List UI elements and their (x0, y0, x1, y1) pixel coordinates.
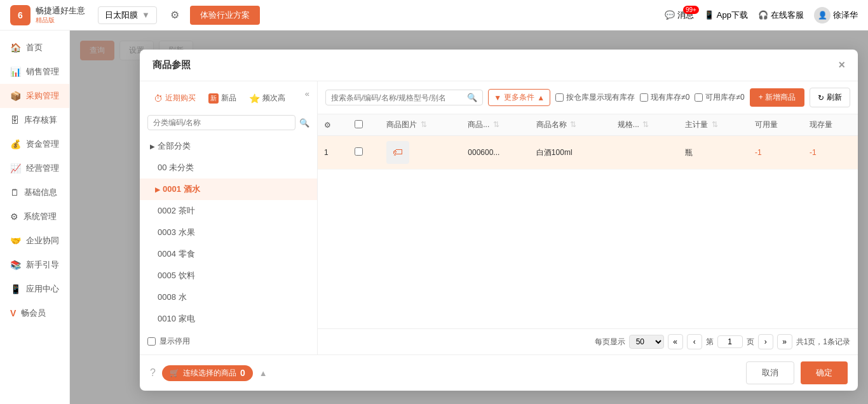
finance-icon: 💰 (10, 139, 21, 149)
messages-button[interactable]: 💬 消息 99+ (665, 10, 694, 21)
recent-icon: ⏱ (154, 93, 163, 104)
available-stock-checkbox[interactable] (695, 93, 703, 102)
col-name: 商品名称 ⇅ (530, 114, 611, 136)
cancel-button[interactable]: 取消 (746, 361, 794, 384)
select-all-checkbox[interactable] (355, 120, 363, 128)
cat-item-fruit[interactable]: 0003 水果 (140, 222, 317, 243)
row-available: -1 (749, 136, 803, 170)
cat-item-uncategorized[interactable]: 00 未分类 (140, 157, 317, 178)
sidebar-item-purchase[interactable]: 📦 采购管理 (0, 84, 69, 108)
confirm-button[interactable]: 确定 (801, 361, 848, 384)
cart-selection-area[interactable]: 🛒 连续选择的商品 0 (162, 365, 253, 381)
help-icon[interactable]: ? (150, 367, 156, 379)
pagination: 每页显示 50 100 200 « ‹ 第 页 › » 共1页，1条记 (318, 328, 858, 354)
col-code: 商品... ⇅ (461, 114, 530, 136)
purchase-icon: 📦 (10, 91, 21, 101)
footer-right: 取消 确定 (746, 361, 848, 384)
show-disabled-checkbox[interactable] (147, 337, 156, 346)
sidebar-item-collab[interactable]: 🤝 企业协同 (0, 229, 69, 253)
expand-icon-liquor: ▶ (155, 186, 160, 193)
category-list: ▶ 全部分类 00 未分类 ▶ 0001 酒水 0002 茶叶 (140, 135, 317, 330)
cat-item-beverage[interactable]: 0005 饮料 (140, 265, 317, 286)
sidebar-item-inventory[interactable]: 🗄 库存核算 (0, 108, 69, 132)
warehouse-display-checkbox-row: 按仓库显示现有库存 (555, 92, 635, 103)
product-table: ⚙ 商品图片 ⇅ 商品... ⇅ (318, 114, 858, 328)
guide-icon: 📚 (10, 260, 21, 270)
sidebar-item-home[interactable]: 🏠 首页 (0, 36, 69, 60)
row-checkbox[interactable] (355, 147, 363, 156)
cat-item-water[interactable]: 0008 水 (140, 286, 317, 308)
collapse-panel-button[interactable]: « (305, 89, 309, 107)
product-search-icon[interactable]: 🔍 (467, 93, 477, 102)
existing-stock-checkbox[interactable] (640, 93, 648, 102)
more-filter-button[interactable]: ▼ 更多条件 ▲ (488, 89, 550, 106)
modal-header: 商品参照 × (140, 50, 858, 81)
sidebar-item-basicinfo[interactable]: 🗒 基础信息 (0, 180, 69, 205)
sidebar-item-guide[interactable]: 📚 新手引导 (0, 253, 69, 277)
online-service-button[interactable]: 🎧 在线客服 (758, 10, 804, 21)
prev-page-button[interactable]: ‹ (687, 334, 702, 349)
sidebar-item-vip[interactable]: V 畅会员 (0, 301, 69, 325)
settings-icon[interactable]: ⚙ (165, 5, 185, 25)
sidebar-item-finance[interactable]: 💰 资金管理 (0, 132, 69, 156)
user-menu[interactable]: 👤 徐泽华 (814, 7, 858, 24)
sidebar-item-operations[interactable]: 📈 经营管理 (0, 156, 69, 180)
last-page-button[interactable]: » (777, 334, 792, 349)
cart-count-badge: 0 (240, 368, 245, 378)
product-toolbar: 🔍 ▼ 更多条件 ▲ 按仓库显示现有库存 (318, 81, 858, 114)
tab-frequent[interactable]: ⭐ 频次高 (243, 89, 292, 107)
logo-area: 6 畅捷通好生意 精品版 (10, 5, 85, 25)
main-content: 查询 设置 刷新 商品参照 × ⏱ (70, 30, 868, 404)
nav-right: 💬 消息 99+ 📱 App下载 🎧 在线客服 👤 徐泽华 (665, 7, 858, 24)
logo-text: 畅捷通好生意 精品版 (36, 6, 85, 25)
category-tabs: ⏱ 近期购买 新 新品 ⭐ 频次高 « (140, 89, 317, 112)
phone-icon: 📱 (704, 10, 714, 20)
cat-item-tea[interactable]: 0002 茶叶 (140, 200, 317, 222)
trial-button[interactable]: 体验行业方案 (190, 6, 260, 25)
user-avatar: 👤 (814, 7, 831, 24)
tab-recent-purchase[interactable]: ⏱ 近期购买 (147, 89, 202, 107)
warehouse-display-checkbox[interactable] (555, 93, 564, 102)
table-header-row: ⚙ 商品图片 ⇅ 商品... ⇅ (318, 114, 858, 136)
product-search-input[interactable] (331, 93, 463, 102)
cat-item-appliance[interactable]: 0010 家电 (140, 308, 317, 330)
table-row[interactable]: 1 🏷 000600... (318, 136, 858, 170)
modal-close-button[interactable]: × (838, 58, 845, 72)
sidebar-item-sales[interactable]: 📊 销售管理 (0, 60, 69, 84)
refresh-icon: ↻ (818, 93, 824, 102)
app-download-button[interactable]: 📱 App下载 (704, 10, 748, 21)
col-spec: 规格... ⇅ (611, 114, 679, 136)
collapse-footer-icon[interactable]: ▲ (259, 368, 268, 378)
cat-item-snack[interactable]: 0004 零食 (140, 243, 317, 265)
cart-icon: 🛒 (170, 368, 179, 377)
logo-icon: 6 (10, 5, 31, 25)
store-selector[interactable]: 日太阳膜 ▼ (98, 6, 157, 24)
sidebar-item-apps[interactable]: 📱 应用中心 (0, 277, 69, 301)
cat-item-liquor[interactable]: ▶ 0001 酒水 (140, 178, 317, 200)
vip-icon: V (10, 308, 16, 318)
row-name: 白酒100ml (530, 136, 611, 170)
row-index: 1 (318, 136, 348, 170)
add-product-button[interactable]: + 新增商品 (750, 88, 804, 107)
col-settings: ⚙ (318, 114, 348, 136)
product-thumbnail: 🏷 (386, 141, 409, 164)
sales-icon: 📊 (10, 67, 21, 77)
message-badge: 99+ (683, 6, 699, 14)
collab-icon: 🤝 (10, 236, 21, 246)
row-select (348, 136, 381, 170)
sidebar: 🏠 首页 📊 销售管理 📦 采购管理 🗄 库存核算 💰 资金管理 📈 经营管理 … (0, 30, 70, 404)
category-search-input[interactable] (147, 115, 295, 130)
available-stock-checkbox-row: 可用库存≠0 (695, 92, 744, 103)
sidebar-item-system[interactable]: ⚙ 系统管理 (0, 205, 69, 229)
first-page-button[interactable]: « (668, 334, 683, 349)
page-number-input[interactable] (717, 335, 743, 348)
category-search-icon[interactable]: 🔍 (299, 118, 309, 128)
next-page-button[interactable]: › (758, 334, 773, 349)
tab-new-products[interactable]: 新 新品 (202, 89, 243, 107)
product-reference-modal: 商品参照 × ⏱ 近期购买 新 新品 (140, 50, 858, 391)
refresh-button[interactable]: ↻ 刷新 (810, 88, 850, 107)
cat-item-all[interactable]: ▶ 全部分类 (140, 135, 317, 157)
per-page-select[interactable]: 50 100 200 (629, 335, 664, 349)
filter-icon: ▼ (494, 93, 501, 102)
col-image: 商品图片 ⇅ (380, 114, 461, 136)
